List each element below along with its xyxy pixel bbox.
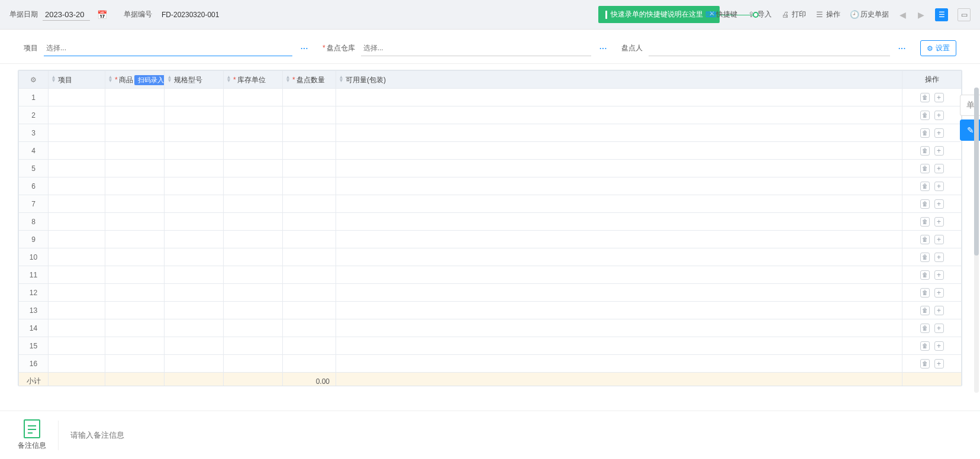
cell-count-qty[interactable] <box>283 284 336 302</box>
insert-row-icon[interactable] <box>934 182 944 191</box>
cell-spec[interactable] <box>165 177 224 195</box>
cell-project[interactable] <box>49 337 105 355</box>
cell-product[interactable] <box>105 266 165 284</box>
insert-row-icon[interactable] <box>934 111 944 120</box>
cell-spec[interactable] <box>165 160 224 177</box>
cell-product[interactable] <box>105 213 165 231</box>
table-row[interactable]: 9 <box>19 231 962 248</box>
cell-project[interactable] <box>49 89 105 106</box>
table-row[interactable]: 1 <box>19 89 962 106</box>
cell-spec[interactable] <box>165 89 224 106</box>
header-stock-unit[interactable]: *库存单位 <box>224 71 283 89</box>
cell-stock-unit[interactable] <box>224 248 283 266</box>
cell-project[interactable] <box>49 124 105 142</box>
cell-count-qty[interactable] <box>283 160 336 177</box>
cell-stock-unit[interactable] <box>224 89 283 106</box>
cell-product[interactable] <box>105 231 165 248</box>
cell-spec[interactable] <box>165 231 224 248</box>
cell-avail-pack[interactable] <box>336 124 902 142</box>
cell-spec[interactable] <box>165 142 224 160</box>
insert-row-icon[interactable] <box>934 359 944 369</box>
scan-badge[interactable]: 扫码录入 <box>134 75 165 85</box>
cell-avail-pack[interactable] <box>336 302 902 319</box>
cell-project[interactable] <box>49 302 105 319</box>
delete-row-icon[interactable] <box>920 235 930 244</box>
cell-avail-pack[interactable] <box>336 266 902 284</box>
warehouse-more-icon[interactable]: ··· <box>597 44 610 53</box>
cell-avail-pack[interactable] <box>336 284 902 302</box>
operate-button[interactable]: ☰ 操作 <box>815 9 840 20</box>
cell-product[interactable] <box>105 195 165 213</box>
cell-project[interactable] <box>49 319 105 337</box>
cell-project[interactable] <box>49 106 105 124</box>
insert-row-icon[interactable] <box>934 199 944 209</box>
cell-spec[interactable] <box>165 213 224 231</box>
insert-row-icon[interactable] <box>934 270 944 280</box>
cell-count-qty[interactable] <box>283 248 336 266</box>
table-row[interactable]: 16 <box>19 355 962 373</box>
table-row[interactable]: 13 <box>19 302 962 319</box>
cell-product[interactable] <box>105 302 165 319</box>
insert-row-icon[interactable] <box>934 93 944 102</box>
insert-row-icon[interactable] <box>934 253 944 262</box>
cell-count-qty[interactable] <box>283 142 336 160</box>
cell-avail-pack[interactable] <box>336 177 902 195</box>
delete-row-icon[interactable] <box>920 111 930 120</box>
cell-avail-pack[interactable] <box>336 195 902 213</box>
cell-product[interactable] <box>105 319 165 337</box>
cell-spec[interactable] <box>165 248 224 266</box>
cell-product[interactable] <box>105 106 165 124</box>
delete-row-icon[interactable] <box>920 306 930 315</box>
import-button[interactable]: ⇪ 导入 <box>747 9 772 20</box>
delete-row-icon[interactable] <box>920 182 930 191</box>
cell-avail-pack[interactable] <box>336 213 902 231</box>
cell-project[interactable] <box>49 195 105 213</box>
header-spec[interactable]: 规格型号 <box>165 71 224 89</box>
cell-project[interactable] <box>49 266 105 284</box>
cell-spec[interactable] <box>165 355 224 373</box>
shortcut-button[interactable]: ⌨ 快捷键 <box>705 9 737 20</box>
cell-count-qty[interactable] <box>283 231 336 248</box>
cell-project[interactable] <box>49 284 105 302</box>
delete-row-icon[interactable] <box>920 128 930 138</box>
insert-row-icon[interactable] <box>934 235 944 244</box>
history-button[interactable]: 🕘 历史单据 <box>850 9 889 20</box>
cell-count-qty[interactable] <box>283 195 336 213</box>
cell-stock-unit[interactable] <box>224 177 283 195</box>
person-more-icon[interactable]: ··· <box>896 44 908 53</box>
insert-row-icon[interactable] <box>934 128 944 138</box>
next-doc-arrow[interactable]: ▶ <box>917 10 926 20</box>
cell-avail-pack[interactable] <box>336 248 902 266</box>
header-count-qty[interactable]: *盘点数量 <box>283 71 336 89</box>
cell-project[interactable] <box>49 142 105 160</box>
cell-avail-pack[interactable] <box>336 106 902 124</box>
cell-avail-pack[interactable] <box>336 337 902 355</box>
delete-row-icon[interactable] <box>920 359 930 369</box>
cell-stock-unit[interactable] <box>224 160 283 177</box>
cell-stock-unit[interactable] <box>224 355 283 373</box>
table-row[interactable]: 2 <box>19 106 962 124</box>
header-gear[interactable]: ⚙ <box>19 71 49 89</box>
calendar-icon[interactable]: 📅 <box>97 10 107 20</box>
cell-product[interactable] <box>105 248 165 266</box>
insert-row-icon[interactable] <box>934 288 944 298</box>
table-row[interactable]: 6 <box>19 177 962 195</box>
cell-count-qty[interactable] <box>283 355 336 373</box>
cell-stock-unit[interactable] <box>224 337 283 355</box>
date-value[interactable]: 2023-03-20 <box>43 9 90 21</box>
prev-doc-arrow[interactable]: ◀ <box>898 10 907 20</box>
cell-count-qty[interactable] <box>283 319 336 337</box>
table-row[interactable]: 15 <box>19 337 962 355</box>
cell-product[interactable] <box>105 355 165 373</box>
cell-spec[interactable] <box>165 284 224 302</box>
table-row[interactable]: 4 <box>19 142 962 160</box>
delete-row-icon[interactable] <box>920 146 930 156</box>
cell-stock-unit[interactable] <box>224 302 283 319</box>
delete-row-icon[interactable] <box>920 93 930 102</box>
cell-spec[interactable] <box>165 124 224 142</box>
cell-stock-unit[interactable] <box>224 284 283 302</box>
header-project[interactable]: 项目 <box>49 71 105 89</box>
delete-row-icon[interactable] <box>920 341 930 351</box>
table-row[interactable]: 7 <box>19 195 962 213</box>
cell-avail-pack[interactable] <box>336 319 902 337</box>
